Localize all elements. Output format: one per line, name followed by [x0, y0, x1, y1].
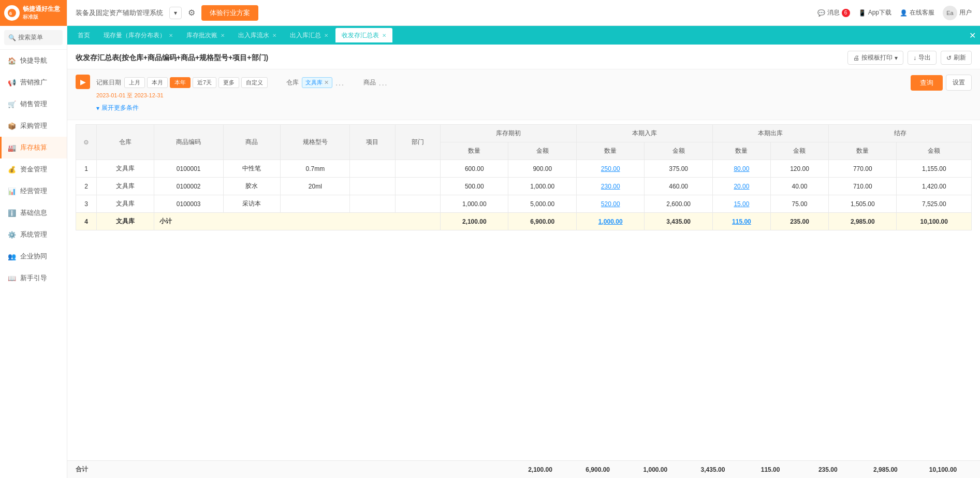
app-logo-icon: 6 — [4, 5, 20, 21]
tab-recv-send[interactable]: 收发存汇总表 ✕ — [335, 28, 392, 42]
date-btn-this-month[interactable]: 本月 — [147, 77, 168, 88]
footer-total-in-qty: 1,000.00 — [626, 466, 684, 473]
subtotal-bal-amt: 10,100.00 — [897, 213, 972, 230]
sidebar-label-finance: 资金管理 — [20, 165, 47, 174]
date-btn-7days[interactable]: 近7天 — [193, 77, 216, 88]
row3-in-qty[interactable]: 520.00 — [576, 195, 644, 213]
row1-project — [350, 160, 395, 178]
sidebar-item-quick-nav[interactable]: 🏠 快捷导航 — [0, 50, 67, 71]
query-button[interactable]: 查询 — [911, 75, 943, 91]
footer-total-open-amt: 6,900.00 — [569, 466, 626, 473]
row2-dept — [395, 178, 440, 195]
tab-batch-close[interactable]: ✕ — [221, 33, 225, 38]
row3-open-amt: 5,000.00 — [508, 195, 576, 213]
sidebar-item-inventory[interactable]: 🏭 库存核算 — [0, 137, 67, 158]
warehouse-filter-label: 仓库 — [286, 78, 299, 87]
row2-project — [350, 178, 395, 195]
user-menu[interactable]: Ea 用户 — [943, 6, 972, 20]
sidebar-item-marketing[interactable]: 📢 营销推广 — [0, 71, 67, 93]
subtotal-in-amt: 3,435.00 — [645, 213, 712, 230]
warehouse-tag-close[interactable]: ✕ — [324, 79, 329, 86]
date-btn-custom[interactable]: 自定义 — [241, 77, 268, 88]
template-print-button[interactable]: 🖨 按模板打印 ▾ — [847, 51, 903, 65]
page-header-actions: 🖨 按模板打印 ▾ ↓ 导出 ↺ 刷新 — [847, 51, 972, 65]
th-open-amt: 金额 — [508, 142, 576, 160]
message-button[interactable]: 💬 消息 6 — [817, 8, 850, 17]
table-row: 2 文具库 0100002 胶水 20ml 500.00 1,000.00 23… — [76, 178, 972, 195]
sidebar-item-system[interactable]: ⚙️ 系统管理 — [0, 224, 67, 245]
row1-out-amt: 120.00 — [770, 160, 828, 178]
search-menu-button[interactable]: 🔍 搜索菜单 — [4, 30, 63, 45]
row2-in-qty[interactable]: 230.00 — [576, 178, 644, 195]
row2-name: 胶水 — [223, 178, 281, 195]
system-select-dropdown[interactable]: ▾ — [169, 7, 182, 19]
subtotal-out-qty[interactable]: 115.00 — [712, 213, 770, 230]
footer-total-open-qty: 2,100.00 — [511, 466, 569, 473]
guide-icon: 📖 — [8, 274, 16, 282]
expand-filter-label: 展开更多条件 — [101, 104, 139, 112]
setting-button[interactable]: 设置 — [946, 75, 972, 91]
tabs-close-all[interactable]: ✕ — [969, 31, 976, 40]
row2-out-amt: 40.00 — [770, 178, 828, 195]
tab-inout-summary-close[interactable]: ✕ — [324, 33, 328, 38]
row1-out-qty[interactable]: 80.00 — [712, 160, 770, 178]
app-download-button[interactable]: 📱 App下载 — [858, 8, 891, 17]
subtotal-row: 4 文具库 小计 2,100.00 6,900.00 1,000.00 3,43… — [76, 213, 972, 230]
date-filter-label: 记账日期 — [96, 78, 121, 87]
data-table-container: ⚙ 仓库 商品编码 商品 规格型号 项目 部门 库存期初 本期入库 本期出库 结… — [67, 120, 980, 235]
sidebar-item-purchase[interactable]: 📦 采购管理 — [0, 115, 67, 137]
table-footer: 合计 2,100.00 6,900.00 1,000.00 3,435.00 1… — [67, 460, 980, 478]
tab-home-label: 首页 — [78, 31, 90, 40]
tab-batch[interactable]: 库存批次账 ✕ — [180, 28, 231, 42]
sidebar-item-sales[interactable]: 🛒 销售管理 — [0, 93, 67, 115]
expand-filter-button[interactable]: ▾ 展开更多条件 — [96, 102, 139, 114]
sidebar-label-guide: 新手引导 — [20, 273, 47, 283]
sidebar-item-finance[interactable]: 💰 资金管理 — [0, 158, 67, 180]
row1-code: 0100001 — [154, 160, 223, 178]
sidebar-nav: 🏠 快捷导航 📢 营销推广 🛒 销售管理 📦 采购管理 🏭 库存核算 💰 资金管… — [0, 50, 67, 478]
goods-filter-dots[interactable]: ... — [379, 79, 388, 87]
sidebar-label-system: 系统管理 — [20, 230, 47, 239]
cart-icon: 🛒 — [8, 100, 16, 108]
date-btn-more[interactable]: 更多 — [218, 77, 239, 88]
subtotal-open-qty: 2,100.00 — [441, 213, 508, 230]
row3-out-qty[interactable]: 15.00 — [712, 195, 770, 213]
sidebar-item-business[interactable]: 📊 经营管理 — [0, 180, 67, 202]
refresh-button[interactable]: ↺ 刷新 — [941, 51, 972, 65]
warehouse-icon: 🏭 — [8, 143, 16, 152]
home-icon: 🏠 — [8, 56, 16, 65]
filter-toggle-button[interactable]: ▶ — [76, 75, 90, 89]
trial-button[interactable]: 体验行业方案 — [201, 5, 258, 21]
th-in-qty: 数量 — [576, 142, 644, 160]
warehouse-filter-dots[interactable]: ... — [335, 79, 345, 87]
tab-inout-summary[interactable]: 出入库汇总 ✕ — [284, 28, 334, 42]
user-label: 用户 — [959, 8, 972, 17]
message-label: 消息 — [827, 8, 840, 17]
row1-num: 1 — [76, 160, 97, 178]
table-settings-header[interactable]: ⚙ — [76, 125, 97, 160]
row1-in-qty[interactable]: 250.00 — [576, 160, 644, 178]
system-select-label: ▾ — [174, 9, 177, 17]
tab-recv-send-close[interactable]: ✕ — [382, 33, 386, 38]
tab-stock-dist[interactable]: 现存量（库存分布表） ✕ — [97, 28, 179, 42]
subtotal-num: 4 — [76, 213, 97, 230]
export-button[interactable]: ↓ 导出 — [908, 51, 937, 65]
date-btn-this-year[interactable]: 本年 — [170, 77, 191, 88]
subtotal-in-qty[interactable]: 1,000.00 — [576, 213, 644, 230]
tab-inout-flow[interactable]: 出入库流水 ✕ — [232, 28, 283, 42]
online-service-button[interactable]: 👤 在线客服 — [900, 8, 934, 17]
row2-out-qty[interactable]: 20.00 — [712, 178, 770, 195]
tab-inout-flow-close[interactable]: ✕ — [272, 33, 276, 38]
sidebar-item-guide[interactable]: 📖 新手引导 — [0, 267, 67, 289]
print-icon: 🖨 — [853, 54, 859, 62]
sidebar-item-corp[interactable]: 👥 企业协同 — [0, 245, 67, 267]
settings-icon[interactable]: ⚙ — [188, 8, 195, 18]
sidebar-item-basic-info[interactable]: ℹ️ 基础信息 — [0, 202, 67, 224]
box-icon: 📦 — [8, 122, 16, 130]
date-btn-last-month[interactable]: 上月 — [124, 77, 145, 88]
chart-icon: 📊 — [8, 187, 16, 195]
footer-total-bal-qty: 2,985.00 — [857, 466, 914, 473]
svg-text:6: 6 — [9, 11, 12, 16]
tab-stock-dist-close[interactable]: ✕ — [169, 33, 173, 38]
tab-home[interactable]: 首页 — [71, 28, 96, 42]
